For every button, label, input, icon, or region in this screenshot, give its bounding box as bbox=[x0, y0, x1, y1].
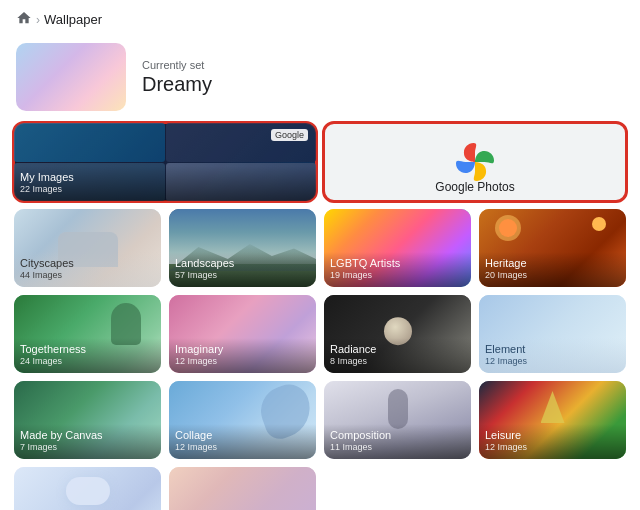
tile-lgbtq-artists[interactable]: LGBTQ Artists 19 Images bbox=[324, 209, 471, 287]
tile-label-madebycanvas: Made by Canvas 7 Images bbox=[14, 424, 161, 459]
breadcrumb-separator: › bbox=[36, 13, 40, 27]
tile-colors[interactable]: Colors 12 Images bbox=[169, 467, 316, 510]
tile-made-by-canvas[interactable]: Made by Canvas 7 Images bbox=[14, 381, 161, 459]
tile-label-my-images: My Images 22 Images bbox=[14, 166, 316, 201]
current-wallpaper-section: Currently set Dreamy bbox=[0, 35, 640, 123]
breadcrumb: › Wallpaper bbox=[0, 0, 640, 35]
tile-togetherness[interactable]: Togetherness 24 Images bbox=[14, 295, 161, 373]
tile-label-togetherness: Togetherness 24 Images bbox=[14, 338, 161, 373]
tile-label-radiance: Radiance 8 Images bbox=[324, 338, 471, 373]
tile-leisure[interactable]: Leisure 12 Images bbox=[479, 381, 626, 459]
tile-radiance[interactable]: Radiance 8 Images bbox=[324, 295, 471, 373]
tile-heritage[interactable]: Heritage 20 Images bbox=[479, 209, 626, 287]
currently-set-label: Currently set bbox=[142, 59, 212, 71]
home-icon[interactable] bbox=[16, 10, 32, 29]
tile-label-cityscapes: Cityscapes 44 Images bbox=[14, 252, 161, 287]
tile-composition[interactable]: Composition 11 Images bbox=[324, 381, 471, 459]
current-wallpaper-info: Currently set Dreamy bbox=[142, 59, 212, 96]
tile-dessert-time[interactable]: Dessert time 7 Images bbox=[14, 467, 161, 510]
tile-cityscapes[interactable]: Cityscapes 44 Images bbox=[14, 209, 161, 287]
tile-label-imaginary: Imaginary 12 Images bbox=[169, 338, 316, 373]
tile-label-composition: Composition 11 Images bbox=[324, 424, 471, 459]
tile-label-collage: Collage 12 Images bbox=[169, 424, 316, 459]
tile-google-photos[interactable]: Google Photos bbox=[324, 123, 626, 201]
tile-my-images[interactable]: Google My Images 22 Images bbox=[14, 123, 316, 201]
tile-collage[interactable]: Collage 12 Images bbox=[169, 381, 316, 459]
tile-element[interactable]: Element 12 Images bbox=[479, 295, 626, 373]
current-wallpaper-thumbnail[interactable] bbox=[16, 43, 126, 111]
tile-imaginary[interactable]: Imaginary 12 Images bbox=[169, 295, 316, 373]
tile-label-leisure: Leisure 12 Images bbox=[479, 424, 626, 459]
current-wallpaper-name: Dreamy bbox=[142, 73, 212, 96]
tile-landscapes[interactable]: Landscapes 57 Images bbox=[169, 209, 316, 287]
tile-label-google-photos: Google Photos bbox=[324, 176, 626, 201]
tile-label-lgbtq: LGBTQ Artists 19 Images bbox=[324, 252, 471, 287]
selected-tiles-row: Google My Images 22 Images Google Photos bbox=[0, 123, 640, 201]
tile-label-landscapes: Landscapes 57 Images bbox=[169, 252, 316, 287]
tile-label-element: Element 12 Images bbox=[479, 338, 626, 373]
tile-label-heritage: Heritage 20 Images bbox=[479, 252, 626, 287]
breadcrumb-page-title: Wallpaper bbox=[44, 12, 102, 27]
wallpaper-grid: Cityscapes 44 Images Landscapes 57 Image… bbox=[0, 209, 640, 510]
